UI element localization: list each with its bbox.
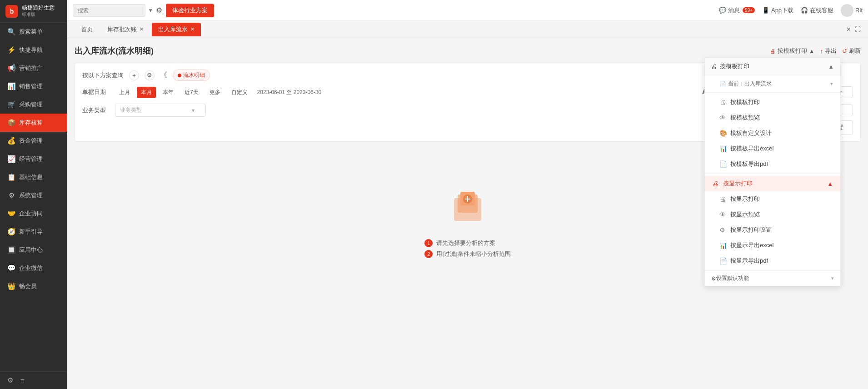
template-print-label: 按模板打印 (730, 98, 760, 106)
tab-flow-close[interactable]: ✕ (190, 26, 195, 32)
tab-batch-label: 库存批次账 (107, 25, 137, 34)
sidebar-item-purchase[interactable]: 🛒 采购管理 (0, 95, 67, 114)
sidebar-item-vip[interactable]: 👑 畅会员 (0, 277, 67, 295)
template-export-excel-item[interactable]: 📊 按模板导出excel (705, 141, 840, 156)
print-current-item[interactable]: 📄 当前：出入库流水 ▾ (705, 77, 840, 90)
tab-home[interactable]: 首页 (75, 23, 99, 36)
tabbar: 首页 库存批次账 ✕ 出入库流水 ✕ ✕ ⛶ (67, 21, 868, 38)
refresh-button[interactable]: ↺ 刷新 (842, 47, 861, 55)
display-export-excel-item[interactable]: 📊 按显示导出excel (705, 238, 840, 253)
sidebar-item-wechat[interactable]: 💬 企业微信 (0, 259, 67, 277)
export-button[interactable]: ↑ 导出 (820, 47, 837, 55)
sidebar-item-label: 销售管理 (19, 82, 43, 90)
online-service-item[interactable]: 🎧 在线客服 (801, 6, 833, 15)
display-section-label: 按显示打印 (723, 180, 753, 188)
sidebar-item-basic[interactable]: 📋 基础信息 (0, 168, 67, 186)
display-preview-item[interactable]: 👁 按显示预览 (705, 207, 840, 222)
current-label: 当前：出入库流水 (728, 80, 772, 88)
sidebar-item-label: 基础信息 (19, 173, 43, 181)
avatar (841, 4, 853, 17)
current-chevron: ▾ (830, 81, 833, 87)
sidebar-item-apps[interactable]: 🔲 应用中心 (0, 241, 67, 259)
search-dropdown-icon[interactable]: ▾ (149, 7, 152, 14)
display-export-pdf-item[interactable]: 📄 按显示导出pdf (705, 253, 840, 269)
empty-step-2-text: 用[过滤]条件来缩小分析范围 (436, 250, 510, 258)
sidebar-item-shortcut[interactable]: ⚡ 快捷导航 (0, 41, 67, 59)
template-export-pdf-item[interactable]: 📄 按模板导出pdf (705, 156, 840, 172)
topbar-search-input[interactable] (73, 4, 145, 17)
set-default-icon: ⚙ (711, 275, 716, 282)
print-dropdown-title-text: 按模板打印 (720, 62, 749, 70)
template-customize-icon: 🎨 (719, 130, 727, 137)
tab-batch[interactable]: 库存批次账 ✕ (101, 23, 150, 36)
print-current-section: 📄 当前：出入库流水 ▾ (705, 75, 840, 93)
page-actions: 🖨 按模板打印 ▲ ↑ 导出 ↺ 刷新 (770, 47, 861, 55)
sidebar-item-sales[interactable]: 📊 销售管理 (0, 77, 67, 95)
print-dropdown-up-icon[interactable]: ▲ (828, 63, 834, 70)
search-icon: 🔍 (7, 28, 15, 36)
sidebar-nav: 🔍 搜索菜单 ⚡ 快捷导航 📢 营销推广 📊 销售管理 🛒 采购管理 📦 库存核… (0, 23, 67, 371)
sidebar-item-finance[interactable]: 💰 资金管理 (0, 132, 67, 150)
template-excel-icon: 📊 (719, 145, 727, 152)
display-section-header[interactable]: 🖨 按显示打印 ▲ (705, 176, 840, 191)
template-customize-item[interactable]: 🎨 模板自定义设计 (705, 125, 840, 141)
date-tab-more[interactable]: 更多 (205, 87, 224, 98)
business-type-chevron: ▾ (192, 107, 195, 114)
printer-icon: 🖨 (770, 48, 776, 55)
user-avatar-item[interactable]: Rit (841, 4, 863, 17)
window-close-icon[interactable]: ✕ (846, 26, 851, 33)
message-badge: 99+ (743, 7, 755, 13)
template-print-item[interactable]: 🖨 按模板打印 (705, 95, 840, 110)
sidebar-item-system[interactable]: ⚙ 系统管理 (0, 186, 67, 204)
page-title: 出入库流水(流水明细) (75, 45, 154, 56)
tab-batch-close[interactable]: ✕ (140, 26, 144, 32)
guide-icon: 🧭 (7, 228, 15, 236)
empty-step-1: 1 请先选择要分析的方案 (424, 239, 510, 247)
main-area: ▾ ⚙ 体验行业方案 💬 消息 99+ 📱 App下载 🎧 在线客服 Rit (67, 0, 868, 389)
display-settings-icon: ⚙ (719, 226, 727, 234)
sidebar-item-inventory[interactable]: 📦 库存核算 (0, 114, 67, 132)
system-icon: ⚙ (7, 191, 15, 199)
date-tab-this-year[interactable]: 本年 (159, 87, 178, 98)
settings-footer-icon[interactable]: ⚙ (7, 376, 13, 384)
set-default-item[interactable]: ⚙ 设置默认功能 ▾ (705, 271, 840, 286)
tab-flow-label: 出入库流水 (158, 25, 188, 34)
filter-tag-flow[interactable]: 流水明细 (173, 70, 210, 81)
sidebar-item-label: 系统管理 (19, 191, 43, 199)
app-download-item[interactable]: 📱 App下载 (762, 6, 793, 15)
wechat-icon: 💬 (7, 264, 15, 272)
sidebar: b 畅捷通好生意 标准版 🔍 搜索菜单 ⚡ 快捷导航 📢 营销推广 📊 销售管理… (0, 0, 67, 389)
sidebar-item-marketing[interactable]: 📢 营销推广 (0, 59, 67, 77)
search-label: 按以下方案查询 (82, 71, 124, 80)
user-name: Rit (855, 7, 863, 14)
window-expand-icon[interactable]: ⛶ (855, 26, 861, 33)
date-range-label: 2023-06-01 至 2023-06-30 (257, 89, 321, 96)
filter-collapse-button[interactable]: 《 (160, 70, 167, 80)
print-template-button[interactable]: 🖨 按模板打印 ▲ (770, 47, 815, 55)
date-tab-custom[interactable]: 自定义 (227, 87, 252, 98)
filter-settings-button[interactable]: ⚙ (145, 70, 155, 80)
sidebar-item-guide[interactable]: 🧭 新手引导 (0, 223, 67, 241)
sidebar-item-corp[interactable]: 🤝 企业协同 (0, 204, 67, 223)
sidebar-item-operations[interactable]: 📈 经营管理 (0, 150, 67, 168)
tab-flow[interactable]: 出入库流水 ✕ (152, 23, 201, 36)
display-print-icon: 🖨 (719, 195, 727, 203)
message-item[interactable]: 💬 消息 99+ (719, 6, 755, 15)
display-settings-item[interactable]: ⚙ 按显示打印设置 (705, 222, 840, 238)
date-tab-last-month[interactable]: 上月 (115, 87, 134, 98)
menu-footer-icon[interactable]: ≡ (20, 377, 25, 384)
topbar-settings-icon[interactable]: ⚙ (156, 6, 162, 15)
step-num-2: 2 (424, 250, 433, 258)
template-preview-item[interactable]: 👁 按模板预览 (705, 110, 840, 125)
display-print-item[interactable]: 🖨 按显示打印 (705, 191, 840, 207)
app-logo: b 畅捷通好生意 标准版 (0, 0, 67, 23)
date-tab-7days[interactable]: 近7天 (180, 87, 203, 98)
sidebar-item-search[interactable]: 🔍 搜索菜单 (0, 23, 67, 41)
date-tab-this-month[interactable]: 本月 (137, 87, 156, 98)
current-icon: 📄 (719, 81, 726, 87)
trial-button[interactable]: 体验行业方案 (166, 4, 214, 17)
add-filter-button[interactable]: + (129, 70, 139, 80)
template-preview-label: 按模板预览 (730, 114, 760, 122)
display-print-label: 按显示打印 (730, 195, 760, 203)
business-type-select[interactable]: 业务类型 ▾ (115, 104, 206, 117)
